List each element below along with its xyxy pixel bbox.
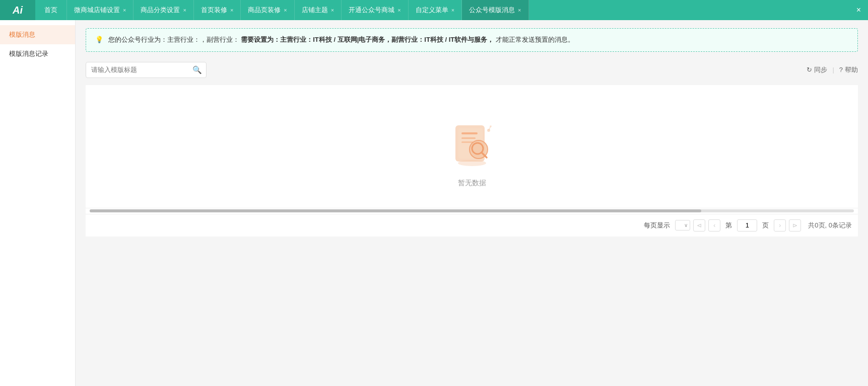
last-page-btn[interactable]: ⊳ bbox=[789, 219, 801, 231]
sync-icon: ↻ bbox=[807, 66, 812, 73]
search-button[interactable]: 🔍 bbox=[192, 65, 202, 74]
page-size-select[interactable] bbox=[675, 220, 690, 230]
nav-tab-product-page[interactable]: 商品页装修× bbox=[241, 0, 294, 20]
nav-tab-custom-menu[interactable]: 自定义菜单× bbox=[409, 0, 462, 20]
nav-tab-home-decor[interactable]: 首页装修× bbox=[194, 0, 241, 20]
app-layout: 模版消息模版消息记录 💡 您的公众号行业为：主营行业：，副营行业： 需要设置为：… bbox=[0, 20, 868, 386]
sidebar-item-template-msg[interactable]: 模版消息 bbox=[0, 25, 75, 44]
tab-close-product-category[interactable]: × bbox=[183, 7, 186, 13]
top-nav: Ai 首页微商城店铺设置×商品分类设置×首页装修×商品页装修×店铺主题×开通公众… bbox=[0, 0, 868, 20]
search-input[interactable] bbox=[86, 62, 207, 78]
nav-tab-product-category[interactable]: 商品分类设置× bbox=[133, 0, 193, 20]
tab-close-template-msg[interactable]: × bbox=[518, 7, 521, 13]
tab-close-micro-shop[interactable]: × bbox=[123, 7, 126, 13]
alert-box: 💡 您的公众号行业为：主营行业：，副营行业： 需要设置为：主营行业：IT科技 /… bbox=[86, 28, 858, 52]
empty-state: 暂无数据 bbox=[86, 85, 858, 208]
alert-highlight: 需要设置为：主营行业：IT科技 / 互联网|电子商务，副营行业：IT科技 / I… bbox=[241, 36, 494, 43]
sync-label: 同步 bbox=[814, 65, 827, 74]
page-di-label: 第 bbox=[725, 221, 732, 230]
nav-tab-shop-theme[interactable]: 店铺主题× bbox=[295, 0, 342, 20]
page-input[interactable] bbox=[737, 219, 757, 231]
page-total: 共0页, 0条记录 bbox=[808, 221, 852, 230]
first-page-btn[interactable]: ⊲ bbox=[693, 219, 705, 231]
scroll-thumb[interactable] bbox=[90, 209, 701, 212]
tab-close-product-page[interactable]: × bbox=[284, 7, 287, 13]
nav-tab-open-mall[interactable]: 开通公众号商城× bbox=[342, 0, 408, 20]
page-size-wrapper[interactable] bbox=[675, 220, 690, 230]
tip-icon: 💡 bbox=[95, 36, 103, 43]
svg-rect-4 bbox=[461, 137, 476, 139]
sidebar: 模版消息模版消息记录 bbox=[0, 20, 76, 386]
help-label: 帮助 bbox=[845, 65, 858, 74]
nav-tab-template-msg[interactable]: 公众号模版消息× bbox=[462, 0, 528, 20]
tab-close-home-decor[interactable]: × bbox=[230, 7, 233, 13]
search-icon: 🔍 bbox=[192, 65, 202, 74]
main-content: 💡 您的公众号行业为：主营行业：，副营行业： 需要设置为：主营行业：IT科技 /… bbox=[76, 20, 868, 386]
tab-close-open-mall[interactable]: × bbox=[397, 7, 400, 13]
prev-page-btn[interactable]: ‹ bbox=[708, 219, 720, 231]
tab-close-custom-menu[interactable]: × bbox=[451, 7, 454, 13]
svg-rect-5 bbox=[461, 141, 474, 143]
logo: Ai bbox=[0, 0, 35, 20]
search-bar: 🔍 ↻ 同步 | ? 帮助 bbox=[86, 62, 858, 78]
pagination: 每页显示 ⊲ ‹ 第 页 › ⊳ 共0页, 0条记录 bbox=[86, 214, 858, 237]
nav-tab-micro-shop[interactable]: 微商城店铺设置× bbox=[67, 0, 133, 20]
next-page-btn[interactable]: › bbox=[774, 219, 786, 231]
divider: | bbox=[832, 66, 834, 73]
sync-button[interactable]: ↻ 同步 bbox=[807, 65, 827, 74]
nav-tab-home[interactable]: 首页 bbox=[35, 0, 67, 20]
help-button[interactable]: ? 帮助 bbox=[839, 65, 858, 74]
page-size-label: 每页显示 bbox=[644, 221, 670, 230]
sidebar-item-template-record[interactable]: 模版消息记录 bbox=[0, 44, 75, 63]
page-label: 页 bbox=[762, 221, 769, 230]
tab-close-shop-theme[interactable]: × bbox=[331, 7, 334, 13]
nav-tabs: 首页微商城店铺设置×商品分类设置×首页装修×商品页装修×店铺主题×开通公众号商城… bbox=[35, 0, 849, 20]
empty-text: 暂无数据 bbox=[458, 179, 486, 188]
search-actions: ↻ 同步 | ? 帮助 bbox=[807, 65, 858, 74]
scroll-track[interactable] bbox=[90, 209, 854, 212]
empty-icon bbox=[444, 115, 500, 171]
scroll-bar-area[interactable] bbox=[86, 208, 858, 214]
help-icon: ? bbox=[839, 66, 843, 73]
table-container: 暂无数据 每页显示 ⊲ ‹ 第 页 bbox=[86, 85, 858, 237]
alert-suffix: 才能正常发送预置的消息。 bbox=[496, 36, 574, 43]
alert-prefix: 您的公众号行业为：主营行业：，副营行业： bbox=[108, 36, 239, 43]
svg-rect-3 bbox=[461, 132, 478, 134]
global-close-btn[interactable]: × bbox=[849, 0, 868, 20]
